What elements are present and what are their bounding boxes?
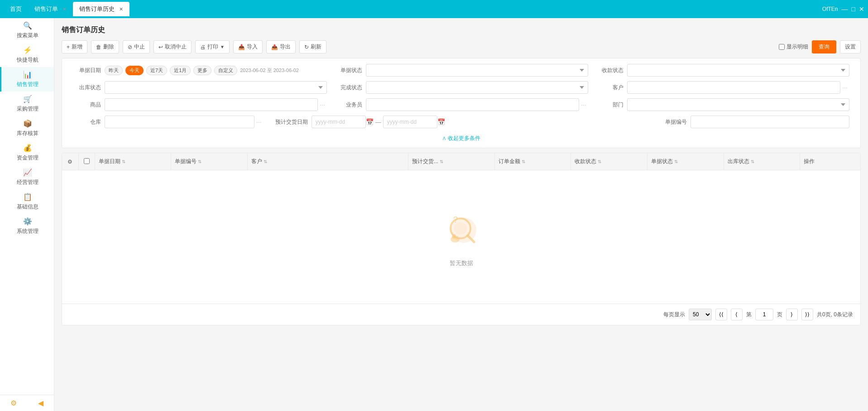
filter-input-delivery-end[interactable]: [383, 116, 437, 128]
print-arrow-icon: ▼: [220, 44, 225, 49]
page-title: 销售订单历史: [62, 25, 861, 35]
table-settings-icon[interactable]: ⚙: [67, 159, 72, 165]
page-last-icon: ⟩⟩: [805, 311, 810, 318]
page-size-select[interactable]: 50 100 200: [689, 309, 712, 320]
page-prev-button[interactable]: ⟨: [731, 309, 743, 320]
th-out-status[interactable]: 出库状态 ⇅: [724, 153, 800, 170]
refresh-icon: ↻: [304, 44, 309, 50]
th-delivery-date[interactable]: 预计交货... ⇅: [408, 153, 494, 170]
th-number[interactable]: 单据编号 ⇅: [171, 153, 248, 170]
customer-dots-icon[interactable]: ···: [840, 84, 849, 91]
th-customer[interactable]: 客户 ⇅: [247, 153, 408, 170]
filter-input-customer[interactable]: [627, 81, 840, 94]
filter-row-4: 仓库 ··· 预计交货日期 📅 — 📅 单据编号: [69, 116, 853, 128]
filter-select-payment-status[interactable]: [627, 64, 849, 77]
table-container: ⚙ 单据日期 ⇅ 单据编号: [62, 153, 861, 325]
calendar-end-icon[interactable]: 📅: [437, 118, 445, 126]
sidebar-collapse-icon[interactable]: ◀: [38, 399, 43, 407]
sidebar-item-search-menu[interactable]: 🔍 搜索菜单: [0, 18, 54, 43]
purchase-mgmt-icon: 🛒: [23, 95, 32, 103]
sidebar-item-finance-mgmt[interactable]: 💰 资金管理: [0, 140, 54, 165]
inventory-calc-icon: 📦: [23, 119, 32, 128]
date-btn-today[interactable]: 今天: [125, 66, 144, 75]
filter-input-delivery-start[interactable]: [312, 116, 366, 128]
sidebar-item-quick-nav[interactable]: ⚡ 快捷导航: [0, 43, 54, 67]
tab-sales-order-history[interactable]: 销售订单历史 ✕: [73, 2, 129, 16]
settings-button[interactable]: 设置: [840, 40, 861, 53]
date-btn-7days[interactable]: 近7天: [146, 66, 167, 75]
th-settings[interactable]: ⚙: [62, 153, 78, 170]
filter-row-3: 商品 ··· 业务员 ··· 部门: [69, 98, 853, 111]
sidebar-item-purchase-mgmt[interactable]: 🛒 采购管理: [0, 92, 54, 116]
tab-sales-order-close[interactable]: ✕: [62, 6, 67, 12]
date-btn-more[interactable]: 更多: [193, 66, 211, 75]
cancel-stop-button[interactable]: ↩ 取消中止: [153, 40, 192, 53]
query-button[interactable]: 查询: [812, 40, 836, 53]
filter-cell-payment-status: 收款状态: [592, 64, 853, 77]
sidebar-settings-icon[interactable]: ⚙: [10, 399, 17, 407]
filter-select-department[interactable]: [627, 98, 849, 111]
th-date[interactable]: 单据日期 ⇅: [95, 153, 171, 170]
filter-input-product[interactable]: [105, 98, 318, 111]
product-dots-icon[interactable]: ···: [318, 101, 327, 108]
search-menu-icon: 🔍: [23, 21, 32, 30]
filter-cell-out-status: 出库状态: [69, 81, 331, 94]
filter-label-salesperson: 业务员: [334, 101, 366, 109]
filter-row-1: 单据日期 昨天 今天 近7天 近1月 更多 自定义 2023-06-02 至 2…: [69, 64, 853, 77]
filter-label-doc-number: 单据编号: [659, 118, 691, 126]
export-button[interactable]: 📤 导出: [266, 40, 296, 53]
filter-input-doc-number[interactable]: [691, 116, 849, 128]
page-first-button[interactable]: ⟨⟨: [715, 309, 727, 320]
window-close-icon[interactable]: ✕: [859, 5, 864, 13]
sort-date-icon: ⇅: [122, 159, 125, 164]
sort-payment-icon: ⇅: [598, 159, 601, 164]
window-max-icon[interactable]: □: [852, 5, 855, 13]
th-amount[interactable]: 订单金额 ⇅: [494, 153, 571, 170]
page-number-input[interactable]: [755, 309, 773, 320]
salesperson-dots-icon[interactable]: ···: [579, 101, 588, 108]
th-doc-status[interactable]: 单据状态 ⇅: [647, 153, 724, 170]
sort-doc-status-icon: ⇅: [674, 159, 678, 164]
print-icon: 🖨: [200, 44, 206, 50]
warehouse-dots-icon[interactable]: ···: [254, 118, 264, 126]
th-payment-status[interactable]: 收款状态 ⇅: [571, 153, 647, 170]
date-btn-custom[interactable]: 自定义: [214, 66, 237, 75]
window-min-icon[interactable]: —: [842, 5, 848, 13]
sort-customer-icon: ⇅: [264, 159, 267, 164]
filter-collapse[interactable]: ∧ 收起更多条件: [69, 133, 853, 142]
add-button[interactable]: + 新增: [62, 40, 87, 53]
delete-button[interactable]: 🗑 删除: [91, 40, 119, 53]
sidebar-item-sales-mgmt[interactable]: 📊 销售管理: [0, 67, 54, 92]
add-icon: +: [67, 44, 70, 50]
date-btn-yesterday[interactable]: 昨天: [105, 66, 123, 75]
sidebar-item-sys-mgmt[interactable]: ⚙️ 系统管理: [0, 214, 54, 238]
sidebar-item-inventory-calc[interactable]: 📦 库存核算: [0, 116, 54, 140]
filter-select-doc-status[interactable]: [366, 64, 588, 77]
page-last-button[interactable]: ⟩⟩: [801, 309, 813, 320]
filter-input-warehouse[interactable]: [105, 116, 254, 128]
tab-sales-order[interactable]: 销售订单 ✕: [28, 2, 73, 16]
sidebar-item-search-menu-label: 搜索菜单: [17, 32, 38, 39]
refresh-button[interactable]: ↻ 刷新: [299, 40, 326, 53]
calendar-start-icon[interactable]: 📅: [366, 118, 374, 126]
import-button[interactable]: 📥 导入: [233, 40, 263, 53]
empty-state-row: ? 暂无数据: [62, 170, 860, 304]
sidebar-item-operations-mgmt[interactable]: 📈 经营管理: [0, 165, 54, 189]
sidebar-item-basic-info[interactable]: 📋 基础信息: [0, 189, 54, 214]
page-next-button[interactable]: ⟩: [786, 309, 798, 320]
print-button[interactable]: 🖨 打印 ▼: [195, 40, 230, 53]
total-info: 共0页, 0条记录: [817, 311, 853, 319]
filter-cell-warehouse: 仓库 ···: [69, 116, 267, 128]
display-columns-checkbox[interactable]: [779, 44, 785, 50]
tab-sales-order-history-close[interactable]: ✕: [119, 6, 123, 12]
filter-select-complete-status[interactable]: [366, 81, 588, 94]
filter-input-salesperson[interactable]: [366, 98, 579, 111]
select-all-checkbox[interactable]: [84, 158, 90, 164]
stop-button[interactable]: ⊘ 中止: [123, 40, 150, 53]
tab-home[interactable]: 首页: [4, 2, 28, 16]
filter-select-out-status[interactable]: [105, 81, 327, 94]
date-btn-1month[interactable]: 近1月: [170, 66, 191, 75]
page-prev-icon: ⟨: [735, 311, 738, 318]
quick-nav-icon: ⚡: [23, 46, 32, 54]
display-columns-checkbox-label[interactable]: 显示明细: [779, 43, 808, 51]
